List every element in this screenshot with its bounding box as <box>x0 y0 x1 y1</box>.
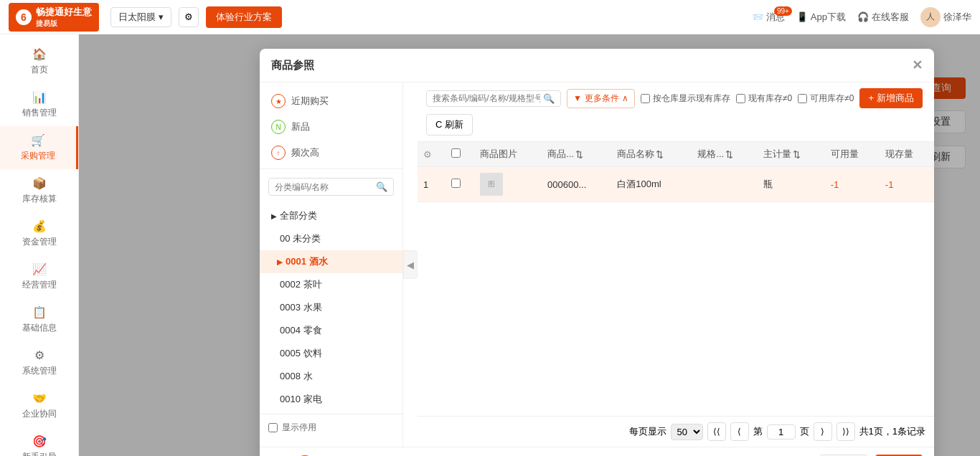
cat-liquor[interactable]: ▶ 0001 酒水 <box>260 250 402 273</box>
online-service-button[interactable]: 🎧 在线客服 <box>857 11 909 24</box>
add-product-button[interactable]: + 新增商品 <box>859 88 922 108</box>
per-page-select[interactable]: 50 <box>671 424 703 440</box>
more-filters-button[interactable]: ▼ 更多条件 ∧ <box>567 89 635 108</box>
sidebar-item-purchase[interactable]: 🛒 采购管理 <box>0 126 78 169</box>
row-checkbox[interactable] <box>451 179 461 188</box>
row-unit-cell: 瓶 <box>758 167 825 202</box>
home-icon: 🏠 <box>32 47 47 61</box>
sidebar-item-sales[interactable]: 📊 销售管理 <box>0 83 78 126</box>
modal-toolbar: 🔍 ▼ 更多条件 ∧ 按仓库显示现有库存 <box>418 82 934 142</box>
sidebar-item-inventory[interactable]: 📦 库存核算 <box>0 169 78 212</box>
checkbox-warehouse-stock[interactable]: 按仓库显示现有库存 <box>641 92 730 105</box>
row-checkbox-cell[interactable] <box>446 167 474 202</box>
product-search-input[interactable] <box>433 93 540 103</box>
modal-footer: ? 🛒 连续选择的商品 0 ∧ 取消 确定 <box>260 447 934 456</box>
avatar: 人 <box>920 7 941 27</box>
stock-column-header: 现存量 <box>880 142 934 167</box>
modal-right-panel: 🔍 ▼ 更多条件 ∧ 按仓库显示现有库存 <box>418 82 934 447</box>
table-header-row: ⚙ 商品图片 商品... ⇅ 商品名称 ⇅ <box>418 142 934 167</box>
user-menu[interactable]: 人 徐泽华 <box>920 7 971 27</box>
checkbox-available-stock[interactable]: 可用库存≠0 <box>798 92 854 105</box>
per-page-label: 每页显示 <box>629 425 666 438</box>
product-reference-modal: 商品参照 ✕ ★ 近期购买 N 新品 ↑ <box>260 49 934 456</box>
filter-arrow-icon: ∧ <box>622 93 628 103</box>
unit-column-header[interactable]: 主计量 ⇅ <box>758 142 825 167</box>
product-search-box[interactable]: 🔍 <box>426 90 561 107</box>
logo: 6 畅捷通好生意 捷易版 <box>9 3 99 32</box>
refresh-button[interactable]: C 刷新 <box>426 114 473 136</box>
product-image: 图 <box>480 173 503 196</box>
app-download-button[interactable]: 📱 App下载 <box>796 11 846 24</box>
arrow-icon: ▶ <box>271 212 277 220</box>
display-disabled-checkbox[interactable] <box>268 423 278 432</box>
cat-appliance[interactable]: 0010 家电 <box>260 388 402 411</box>
table-row[interactable]: 1 图 000600... 白酒100ml 瓶 -1 <box>418 167 934 202</box>
img-column-header: 商品图片 <box>474 142 542 167</box>
spec-column-header[interactable]: 规格... ⇅ <box>692 142 757 167</box>
arrow-icon-liquor: ▶ <box>277 258 283 266</box>
left-nav-new[interactable]: N 新品 <box>260 114 402 140</box>
gear-button[interactable]: ⚙ <box>179 7 199 27</box>
inventory-icon: 📦 <box>32 176 47 190</box>
freq-icon: ↑ <box>271 146 286 160</box>
current-stock-checkbox[interactable] <box>736 94 745 103</box>
checkbox-column-header <box>446 142 474 167</box>
page-label: 第 <box>753 425 763 438</box>
row-name-cell: 白酒100ml <box>611 167 692 202</box>
cat-snack[interactable]: 0004 零食 <box>260 319 402 342</box>
divider <box>260 168 402 169</box>
first-page-button[interactable]: ⟨⟨ <box>707 422 726 441</box>
product-table: ⚙ 商品图片 商品... ⇅ 商品名称 ⇅ <box>418 142 934 416</box>
sidebar-item-basicinfo[interactable]: 📋 基础信息 <box>0 298 78 341</box>
cat-all[interactable]: ▶ 全部分类 <box>260 204 402 227</box>
cat-fruit[interactable]: 0003 水果 <box>260 296 402 319</box>
modal-close-button[interactable]: ✕ <box>912 57 923 73</box>
cta-button[interactable]: 体验行业方案 <box>206 6 282 28</box>
messages-button[interactable]: 📨 消息 99+ <box>752 11 785 24</box>
search-icon[interactable]: 🔍 <box>376 181 387 192</box>
sidebar-item-home[interactable]: 🏠 首页 <box>0 40 78 83</box>
chevron-down-icon: ▾ <box>159 11 164 22</box>
warehouse-stock-checkbox[interactable] <box>641 94 650 103</box>
modal-header: 商品参照 ✕ <box>260 49 934 82</box>
category-search-input[interactable] <box>275 182 376 192</box>
sidebar-item-guide[interactable]: 🎯 新手引导 <box>0 427 78 456</box>
purchase-icon: 🛒 <box>31 133 45 147</box>
cat-beverage[interactable]: 0005 饮料 <box>260 342 402 365</box>
left-nav-freq[interactable]: ↑ 频次高 <box>260 140 402 166</box>
settings-column-header[interactable]: ⚙ <box>418 142 446 167</box>
name-column-header[interactable]: 商品名称 ⇅ <box>611 142 692 167</box>
sidebar-item-finance[interactable]: 💰 资金管理 <box>0 212 78 255</box>
cat-tea[interactable]: 0002 茶叶 <box>260 273 402 296</box>
headset-icon: 🎧 <box>857 11 869 22</box>
prev-page-button[interactable]: ⟨ <box>730 422 749 441</box>
sidebar-item-collab[interactable]: 🤝 企业协同 <box>0 384 78 427</box>
row-num-cell: 1 <box>418 167 446 202</box>
row-stock-cell: -1 <box>880 167 934 202</box>
next-page-button[interactable]: ⟩ <box>814 422 832 441</box>
modal-title: 商品参照 <box>271 59 314 72</box>
sidebar-item-system[interactable]: ⚙ 系统管理 <box>0 341 78 384</box>
category-tree: ▶ 全部分类 00 未分类 ▶ 0001 酒水 0002 茶叶 <box>260 201 402 414</box>
available-stock-checkbox[interactable] <box>798 94 807 103</box>
category-search-box[interactable]: 🔍 <box>268 178 394 196</box>
message-icon: 📨 <box>752 11 763 22</box>
modal-left-panel: ★ 近期购买 N 新品 ↑ 频次高 🔍 <box>260 82 403 447</box>
last-page-button[interactable]: ⟩⟩ <box>837 422 855 441</box>
collapse-button[interactable]: ◀ <box>403 250 418 279</box>
cat-uncategorized[interactable]: 00 未分类 <box>260 227 402 250</box>
sidebar-item-ops[interactable]: 📈 经营管理 <box>0 255 78 298</box>
logo-icon: 6 <box>16 9 32 25</box>
left-nav-recent[interactable]: ★ 近期购买 <box>260 88 402 114</box>
code-column-header[interactable]: 商品... ⇅ <box>542 142 611 167</box>
branch-selector[interactable]: 日太阳膜 ▾ <box>110 7 171 27</box>
recent-icon: ★ <box>271 94 286 108</box>
search-icon-product[interactable]: 🔍 <box>543 93 555 104</box>
checkbox-current-stock[interactable]: 现有库存≠0 <box>736 92 792 105</box>
select-all-checkbox[interactable] <box>451 148 461 158</box>
sales-icon: 📊 <box>32 90 47 104</box>
system-icon: ⚙ <box>34 348 44 362</box>
basicinfo-icon: 📋 <box>32 305 47 319</box>
page-number-input[interactable] <box>767 424 796 440</box>
cat-water[interactable]: 0008 水 <box>260 365 402 388</box>
